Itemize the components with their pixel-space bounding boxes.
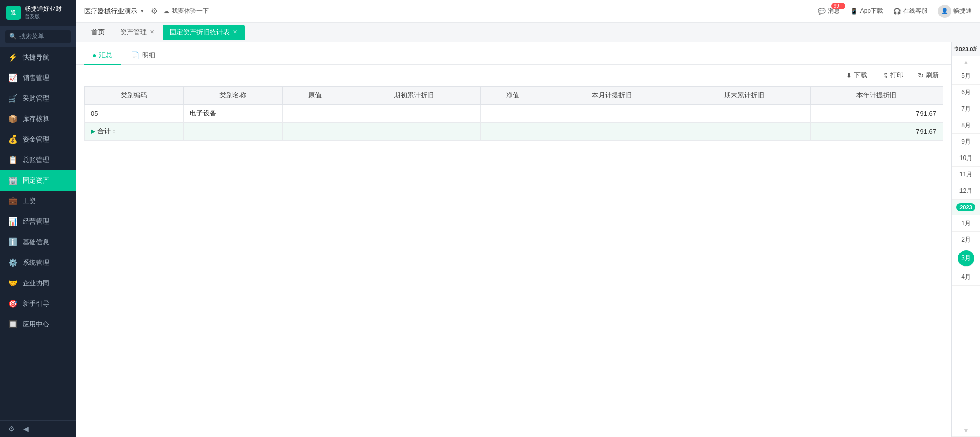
date-panel-expand-icon[interactable]: ⤢: [954, 44, 958, 50]
messages-action[interactable]: 💬 消息 99+: [818, 7, 840, 15]
table-total-row: ▶ 合计： 791.67: [85, 123, 943, 141]
date-list: 5月 6月 7月 8月 9月 10月 11月 12月 2023 1月 2月 3月…: [952, 68, 980, 425]
search-icon: 🔍: [9, 33, 17, 40]
date-item-2[interactable]: 2月: [952, 232, 980, 248]
header-settings-icon[interactable]: ⚙: [151, 6, 158, 16]
sidebar-item-guide[interactable]: 🎯 新手引导: [0, 293, 76, 314]
date-item-7[interactable]: 7月: [952, 101, 980, 117]
date-scroll-down[interactable]: ▼: [952, 425, 980, 437]
total-annual: 791.67: [810, 123, 943, 141]
date-item-5[interactable]: 5月: [952, 68, 980, 85]
sidebar-item-purchase[interactable]: 🛒 采购管理: [0, 88, 76, 109]
settings-bottom-icon[interactable]: ⚙: [8, 425, 15, 433]
refresh-button[interactable]: ↻ 刷新: [914, 69, 943, 82]
logo-area: 通 畅捷通好业财 普及版: [0, 0, 76, 26]
date-item-9[interactable]: 9月: [952, 134, 980, 150]
sidebar-item-funds[interactable]: 💰 资金管理: [0, 129, 76, 150]
sidebar-item-enterprise[interactable]: 🤝 企业协同: [0, 273, 76, 293]
table-container: 类别编码 类别名称 原值 期初累计折旧 净值 本月计提折旧 期末累计折旧 本年计…: [76, 86, 951, 437]
tab-depreciation-stats-close[interactable]: ✕: [233, 29, 237, 35]
app-download-label: App下载: [860, 7, 883, 15]
cell-name: 电子设备: [183, 105, 282, 123]
col-original: 原值: [282, 87, 348, 105]
sidebar-item-label: 系统管理: [23, 258, 49, 267]
sidebar-item-operations[interactable]: 📊 经营管理: [0, 211, 76, 232]
sidebar-item-fixed-assets[interactable]: 🏢 固定资产: [0, 170, 76, 191]
online-service-action[interactable]: 🎧 在线客服: [893, 7, 928, 15]
purchase-icon: 🛒: [8, 94, 17, 103]
date-item-3-wrapper[interactable]: 3月: [952, 248, 980, 269]
date-item-8[interactable]: 8月: [952, 117, 980, 134]
depreciation-table: 类别编码 类别名称 原值 期初累计折旧 净值 本月计提折旧 期末累计折旧 本年计…: [84, 86, 943, 141]
sidebar-item-system[interactable]: ⚙️ 系统管理: [0, 252, 76, 273]
year-badge: 2023: [956, 203, 975, 211]
header-right: 💬 消息 99+ 📱 App下载 🎧 在线客服 👤 畅捷通: [818, 5, 972, 18]
total-monthly: [546, 123, 678, 141]
sub-tab-summary[interactable]: ● 汇总: [84, 47, 121, 65]
online-service-icon: 🎧: [893, 8, 901, 15]
sidebar-item-label: 企业协同: [23, 279, 49, 288]
app-download-icon: 📱: [850, 8, 858, 15]
date-item-6[interactable]: 6月: [952, 85, 980, 101]
year-2023-label: 2023: [952, 200, 980, 215]
sidebar-search-area[interactable]: 🔍 搜索菜单: [0, 26, 76, 47]
date-scroll-up[interactable]: ▲: [952, 56, 980, 68]
total-period-end: [678, 123, 810, 141]
date-item-3-selected[interactable]: 3月: [958, 250, 974, 267]
sidebar-item-label: 总账管理: [23, 155, 49, 165]
tab-asset-management[interactable]: 资产管理 ✕: [113, 25, 162, 40]
experience-button[interactable]: ☁ 我要体验一下: [163, 7, 209, 15]
basic-info-icon: ℹ️: [8, 237, 17, 247]
user-action[interactable]: 👤 畅捷通: [938, 5, 972, 18]
company-selector[interactable]: 医疗器械行业演示 ▾: [84, 7, 144, 16]
sidebar-item-basic-info[interactable]: ℹ️ 基础信息: [0, 232, 76, 252]
date-item-10[interactable]: 10月: [952, 150, 980, 167]
print-label: 打印: [890, 71, 904, 80]
total-name: [183, 123, 282, 141]
print-button[interactable]: 🖨 打印: [877, 69, 908, 82]
sub-tab-detail[interactable]: 📄 明细: [123, 47, 164, 65]
tab-home[interactable]: 首页: [84, 25, 112, 40]
search-input-area[interactable]: 🔍 搜索菜单: [5, 30, 71, 43]
total-accumulated: [348, 123, 480, 141]
date-item-4[interactable]: 4月: [952, 269, 980, 286]
tab-asset-management-label: 资产管理: [120, 28, 147, 37]
refresh-label: 刷新: [926, 71, 939, 80]
sidebar-item-sales[interactable]: 📈 销售管理: [0, 68, 76, 88]
quick-nav-icon: ⚡: [8, 53, 17, 62]
online-service-label: 在线客服: [903, 7, 928, 15]
detail-icon: 📄: [131, 51, 139, 59]
sidebar-item-inventory[interactable]: 📦 库存核算: [0, 109, 76, 129]
sub-tab-summary-label: 汇总: [99, 51, 112, 60]
logo-title: 畅捷通好业财: [25, 5, 62, 13]
app-download-action[interactable]: 📱 App下载: [850, 7, 883, 15]
cell-net: [480, 105, 546, 123]
refresh-icon: ↻: [918, 72, 924, 80]
download-button[interactable]: ⬇ 下载: [842, 69, 871, 82]
logo-icon: 通: [6, 6, 21, 20]
tab-asset-management-close[interactable]: ✕: [150, 29, 154, 35]
date-item-11[interactable]: 11月: [952, 167, 980, 183]
sidebar-item-label: 快捷导航: [23, 53, 49, 62]
date-item-1[interactable]: 1月: [952, 215, 980, 232]
sidebar-item-payroll[interactable]: 💼 工资: [0, 191, 76, 211]
sidebar-item-label: 库存核算: [23, 114, 49, 124]
date-item-12[interactable]: 12月: [952, 183, 980, 200]
cell-period-end: [678, 105, 810, 123]
total-net: [480, 123, 546, 141]
date-panel-close-icon[interactable]: ✕: [973, 44, 978, 51]
experience-label: 我要体验一下: [172, 7, 209, 15]
page-content: ● 汇总 📄 明细 ⬇ 下载 🖨 打印 ↻: [76, 42, 951, 437]
tab-depreciation-stats-label: 固定资产折旧统计表: [170, 28, 230, 37]
total-expand-icon[interactable]: ▶: [91, 128, 95, 135]
sidebar-item-app-center[interactable]: 🔲 应用中心: [0, 314, 76, 334]
avatar: 👤: [938, 5, 951, 18]
table-row: 05 电子设备 791.67: [85, 105, 943, 123]
sidebar-item-label: 新手引导: [23, 299, 49, 308]
cell-annual: 791.67: [810, 105, 943, 123]
sidebar-item-ledger[interactable]: 📋 总账管理: [0, 150, 76, 170]
collapse-icon[interactable]: ◀: [23, 425, 29, 433]
tab-depreciation-stats[interactable]: 固定资产折旧统计表 ✕: [163, 25, 245, 40]
sidebar-item-quick-nav[interactable]: ⚡ 快捷导航: [0, 47, 76, 68]
tab-home-label: 首页: [91, 28, 105, 37]
